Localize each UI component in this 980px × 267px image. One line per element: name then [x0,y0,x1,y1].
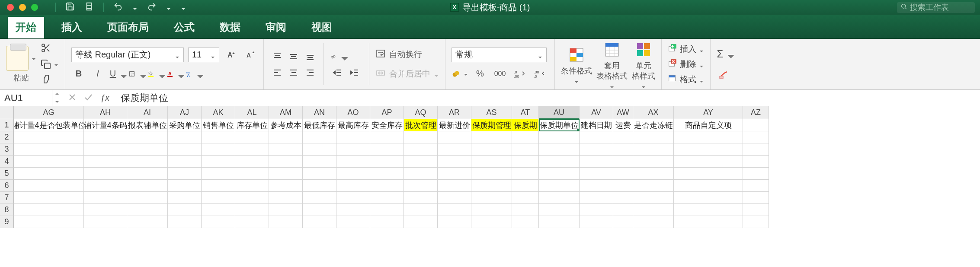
cell-AU5[interactable] [539,168,580,180]
cell-AX2[interactable] [633,131,674,143]
cell-AO3[interactable] [336,143,370,156]
cell-AS8[interactable] [471,204,512,216]
align-top-icon[interactable] [270,49,285,64]
column-header-AP[interactable]: AP [370,106,404,119]
cell-AG9[interactable] [14,216,84,228]
cell-AT5[interactable] [512,168,539,180]
cell-AI6[interactable] [127,180,168,192]
column-header-AV[interactable]: AV [580,106,613,119]
cell-AM9[interactable] [269,216,303,228]
cell-AN6[interactable] [303,180,336,192]
cell-AR2[interactable] [438,131,471,143]
cell-AZ7[interactable] [743,192,769,204]
clear-button[interactable] [717,67,731,82]
cell-AJ4[interactable] [168,156,202,168]
redo-icon[interactable] [147,2,157,13]
search-input[interactable] [910,3,970,12]
cut-icon[interactable] [41,43,59,55]
cell-AW6[interactable] [613,180,633,192]
cell-AQ7[interactable] [404,192,438,204]
fx-icon[interactable]: ƒx [100,93,109,103]
cell-AY5[interactable] [674,168,743,180]
cell-AW2[interactable] [613,131,633,143]
cell-AU3[interactable] [539,143,580,156]
cell-AH6[interactable] [84,180,127,192]
select-all-corner[interactable] [0,106,14,119]
cell-AP6[interactable] [370,180,404,192]
cell-AV5[interactable] [580,168,613,180]
cell-AG4[interactable] [14,156,84,168]
cell-AO9[interactable] [336,216,370,228]
cell-AG6[interactable] [14,180,84,192]
cell-AN7[interactable] [303,192,336,204]
chevron-down-icon[interactable] [52,98,62,106]
formula-input[interactable]: 保质期单位 [115,92,980,105]
cell-AO4[interactable] [336,156,370,168]
cell-AP9[interactable] [370,216,404,228]
cell-AL7[interactable] [235,192,269,204]
qat-customize-icon[interactable] [181,5,186,10]
cell-AS9[interactable] [471,216,512,228]
format-as-table-button[interactable]: 套用 表格格式 [596,41,628,88]
currency-button[interactable] [452,67,469,81]
cell-AG3[interactable] [14,143,84,156]
column-header-AS[interactable]: AS [471,106,512,119]
decrease-decimal-button[interactable]: .00.0 [531,67,548,81]
cell-AM5[interactable] [269,168,303,180]
cell-AH2[interactable] [84,131,127,143]
cell-AK5[interactable] [202,168,235,180]
cell-AY4[interactable] [674,156,743,168]
merge-center-button[interactable]: 合并后居中 [375,68,439,80]
align-center-icon[interactable] [286,65,301,80]
italic-button[interactable]: I [90,67,105,81]
increase-decimal-button[interactable]: .0.00 [511,67,528,81]
cell-AH1[interactable]: 辅计量4条码 [84,119,127,131]
cell-AR5[interactable] [438,168,471,180]
column-header-AN[interactable]: AN [303,106,336,119]
delete-cells-button[interactable]: 删除 [668,58,704,70]
cell-AJ6[interactable] [168,180,202,192]
cell-AJ8[interactable] [168,204,202,216]
cell-AN4[interactable] [303,156,336,168]
bold-button[interactable]: B [71,67,86,81]
cell-AL2[interactable] [235,131,269,143]
cell-AI8[interactable] [127,204,168,216]
cell-AY6[interactable] [674,180,743,192]
cell-AW7[interactable] [613,192,633,204]
cell-AG5[interactable] [14,168,84,180]
cell-AX7[interactable] [633,192,674,204]
cell-AV6[interactable] [580,180,613,192]
cell-AG1[interactable]: 辅计量4是否包装单位 [14,119,84,131]
cell-AZ4[interactable] [743,156,769,168]
cell-AT3[interactable] [512,143,539,156]
cell-styles-button[interactable]: 单元 格样式 [632,41,655,88]
cell-AN1[interactable]: 最低库存 [303,119,336,131]
cell-AT1[interactable]: 保质期 [512,119,539,131]
cell-AU8[interactable] [539,204,580,216]
column-header-AW[interactable]: AW [613,106,633,119]
autosum-button[interactable]: Σ [717,47,731,61]
cell-AT6[interactable] [512,180,539,192]
number-format-combo[interactable]: 常规 [452,48,547,62]
cell-AK4[interactable] [202,156,235,168]
name-box[interactable]: AU1 [0,90,52,106]
row-header-5[interactable]: 5 [0,168,14,180]
cell-AP2[interactable] [370,131,404,143]
cell-AI4[interactable] [127,156,168,168]
underline-button[interactable]: U [109,67,124,81]
cell-AL6[interactable] [235,180,269,192]
cell-AX4[interactable] [633,156,674,168]
cell-AL9[interactable] [235,216,269,228]
row-header-3[interactable]: 3 [0,143,14,156]
cell-AR3[interactable] [438,143,471,156]
cell-AH8[interactable] [84,204,127,216]
maximize-window-button[interactable] [31,4,38,11]
cell-AY3[interactable] [674,143,743,156]
conditional-format-button[interactable]: 条件格式 [561,46,592,83]
cell-AQ4[interactable] [404,156,438,168]
cell-AZ6[interactable] [743,180,769,192]
column-header-AL[interactable]: AL [235,106,269,119]
tab-view[interactable]: 视图 [304,17,340,38]
cell-AX5[interactable] [633,168,674,180]
font-name-combo[interactable]: 等线 Regular (正文) [71,48,184,62]
